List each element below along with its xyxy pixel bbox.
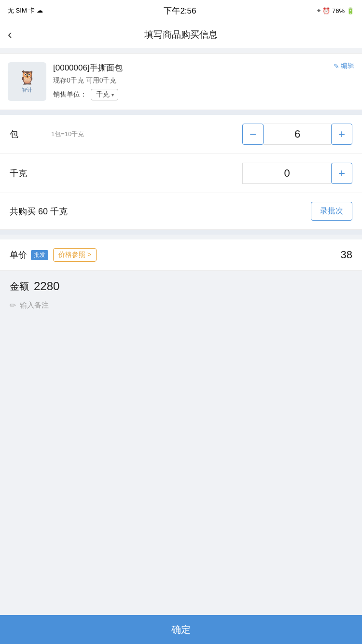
pencil-icon: ✏ [10, 301, 16, 310]
nav-bar: ‹ 填写商品购买信息 [0, 21, 362, 48]
product-thumbnail: 🦉 智计 [8, 62, 46, 101]
product-info: [0000006]手撕面包 现存0千克 可用0千克 销售单位： 千克 ▾ [53, 62, 354, 100]
price-section: 单价 批发 价格参照 > 38 [0, 239, 362, 271]
unit-dropdown[interactable]: 千克 ▾ [91, 89, 118, 100]
note-label: 输入备注 [20, 301, 49, 310]
product-logo-icon: 🦉 [19, 70, 36, 85]
product-card-wrapper: 🦉 智计 [0000006]手撕面包 现存0千克 可用0千克 销售单位： 千克 … [0, 53, 362, 110]
amount-section: 金额 2280 ✏ 输入备注 [0, 271, 362, 315]
battery-icon: 🔋 [347, 7, 354, 14]
page-title: 填写商品购买信息 [144, 28, 218, 41]
product-unit-row: 销售单位： 千克 ▾ [53, 89, 354, 100]
unit-value: 千克 [96, 90, 110, 99]
kg-controls: + [242, 163, 352, 184]
amount-row: 金额 2280 [10, 280, 352, 293]
amount-value: 2280 [34, 280, 59, 293]
pack-label: 包 [10, 128, 48, 140]
edit-label: 编辑 [341, 62, 354, 70]
confirm-button[interactable]: 确定 [0, 615, 362, 644]
pack-quantity-input[interactable] [264, 124, 331, 145]
total-row: 共购买 60 千克 录批次 [0, 193, 362, 230]
product-name: [0000006]手撕面包 [53, 62, 354, 73]
status-bar: 无 SIM 卡 ☁ 下午2:56 ⌖ ⏰ 76% 🔋 [0, 0, 362, 21]
section-separator-1 [0, 110, 362, 115]
pack-form-section: 包 1包=10千克 − + 千克 + 共购买 60 千克 录批次 [0, 115, 362, 230]
status-right: ⌖ ⏰ 76% 🔋 [317, 7, 354, 14]
content-area [0, 315, 362, 479]
price-value: 38 [341, 249, 352, 261]
pack-plus-button[interactable]: + [331, 124, 352, 145]
battery-text: 76% [332, 7, 345, 14]
kg-quantity-input[interactable] [242, 163, 331, 184]
unit-label: 销售单位： [53, 90, 87, 99]
pack-controls: − + [242, 124, 352, 145]
edit-icon: ✎ [334, 62, 339, 70]
edit-button[interactable]: ✎ 编辑 [334, 62, 354, 70]
pack-minus-button[interactable]: − [242, 124, 264, 145]
status-left: 无 SIM 卡 ☁ [8, 6, 43, 15]
product-logo-text: 智计 [22, 86, 32, 94]
pack-sublabel: 1包=10千克 [51, 130, 84, 139]
kg-plus-button[interactable]: + [331, 163, 352, 184]
pack-row: 包 1包=10千克 − + [0, 115, 362, 154]
kg-row: 千克 + [0, 154, 362, 193]
location-icon: ⌖ [317, 7, 320, 14]
price-label: 单价 [10, 249, 27, 261]
note-row[interactable]: ✏ 输入备注 [10, 301, 352, 310]
product-card: 🦉 智计 [0000006]手撕面包 现存0千克 可用0千克 销售单位： 千克 … [0, 53, 362, 110]
total-label: 共购买 60 千克 [10, 206, 68, 217]
amount-label: 金额 [10, 280, 29, 293]
price-reference-button[interactable]: 价格参照 > [53, 248, 97, 262]
status-time: 下午2:56 [164, 5, 196, 16]
record-batch-button[interactable]: 录批次 [311, 202, 352, 221]
dropdown-arrow-icon: ▾ [111, 92, 114, 98]
kg-label: 千克 [10, 168, 48, 179]
back-button[interactable]: ‹ [8, 27, 12, 42]
section-separator-2 [0, 230, 362, 235]
alarm-icon: ⏰ [322, 7, 330, 14]
product-stock: 现存0千克 可用0千克 [53, 76, 354, 85]
price-tag: 批发 [31, 250, 48, 260]
